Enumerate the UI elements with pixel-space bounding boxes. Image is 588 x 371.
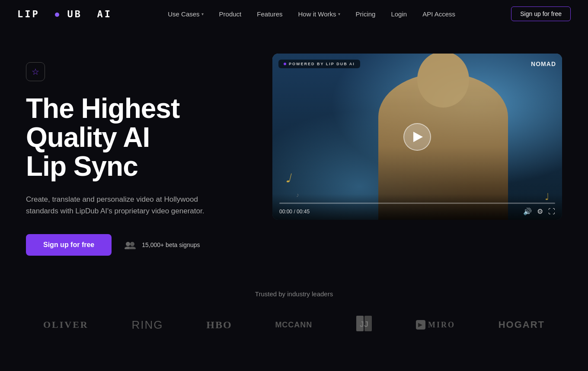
video-player[interactable]: ♩ ♪ ♩ POWERED BY LIP DUB AI NOMAD	[272, 54, 562, 220]
chevron-down-icon: ▾	[338, 12, 340, 16]
video-controls-row: 00:00 / 00:45 🔊 ⚙ ⛶	[279, 207, 555, 216]
nav-use-cases[interactable]: Use Cases ▾	[162, 7, 209, 21]
play-button[interactable]	[403, 123, 431, 151]
lipdub-badge: POWERED BY LIP DUB AI	[278, 60, 360, 68]
hero-actions: Sign up for free 15,000+ beta signups	[26, 234, 255, 256]
video-progress-bar[interactable]	[279, 203, 555, 204]
svg-text:JJ: JJ	[360, 320, 368, 329]
nav-how-it-works[interactable]: How it Works ▾	[292, 7, 346, 21]
logo-mccann: McCANN	[275, 320, 312, 330]
trusted-section: Trusted by industry leaders OLIVER ring …	[0, 273, 588, 344]
fullscreen-icon[interactable]: ⛶	[548, 208, 555, 216]
video-top-bar: POWERED BY LIP DUB AI NOMAD	[278, 60, 556, 68]
beta-signups: 15,000+ beta signups	[124, 241, 200, 249]
nav-pricing[interactable]: Pricing	[350, 7, 382, 21]
logo-hogart: HOGART	[499, 319, 545, 330]
nav-features[interactable]: Features	[251, 7, 288, 21]
chevron-down-icon: ▾	[201, 12, 204, 16]
nav-right: Sign up for free	[511, 6, 571, 21]
navigation: LIP UB AI Use Cases ▾ Product Features H…	[0, 0, 588, 28]
signup-button-hero[interactable]: Sign up for free	[26, 234, 112, 256]
people-icon	[124, 241, 137, 249]
svg-point-1	[130, 242, 134, 246]
nav-api-access[interactable]: API Access	[416, 7, 461, 21]
logo-text: LIP UB AI	[17, 9, 112, 19]
logo-ring: ring	[131, 318, 163, 332]
video-controls: 00:00 / 00:45 🔊 ⚙ ⛶	[272, 194, 562, 220]
settings-icon[interactable]: ⚙	[537, 207, 543, 216]
logo-oliver: OLIVER	[43, 319, 89, 330]
trusted-label: Trusted by industry leaders	[26, 290, 562, 298]
nomad-badge: NOMAD	[531, 60, 556, 67]
logo: LIP UB AI	[17, 9, 112, 19]
logo-hbo: HBO	[206, 319, 232, 331]
trusted-logos: OLIVER ring HBO McCANN JJ ▶ miro HOGART	[26, 315, 562, 335]
nav-links: Use Cases ▾ Product Features How it Work…	[162, 7, 461, 21]
signup-button-nav[interactable]: Sign up for free	[511, 6, 571, 21]
lipdub-badge-dot	[284, 63, 286, 65]
nav-product[interactable]: Product	[213, 7, 248, 21]
nav-login[interactable]: Login	[385, 7, 413, 21]
video-control-icons: 🔊 ⚙ ⛶	[523, 207, 555, 216]
music-note-icon: ♩	[285, 171, 291, 185]
miro-icon: ▶	[416, 320, 425, 330]
hero-description: Create, translate and personalize video …	[26, 193, 212, 217]
juventus-logo-icon: JJ	[355, 315, 373, 332]
video-timestamp: 00:00 / 00:45	[279, 209, 310, 215]
svg-point-0	[126, 242, 130, 246]
hero-title: The Highest Quality AI Lip Sync	[26, 94, 255, 181]
logo-juventus: JJ	[355, 315, 373, 335]
star-icon: ☆	[26, 62, 45, 81]
video-frame: ♩ ♪ ♩ POWERED BY LIP DUB AI NOMAD	[272, 54, 562, 220]
logo-miro: ▶ miro	[416, 320, 455, 330]
volume-icon[interactable]: 🔊	[523, 207, 532, 216]
hero-section: ☆ The Highest Quality AI Lip Sync Create…	[0, 28, 588, 273]
hero-left: ☆ The Highest Quality AI Lip Sync Create…	[26, 54, 255, 256]
